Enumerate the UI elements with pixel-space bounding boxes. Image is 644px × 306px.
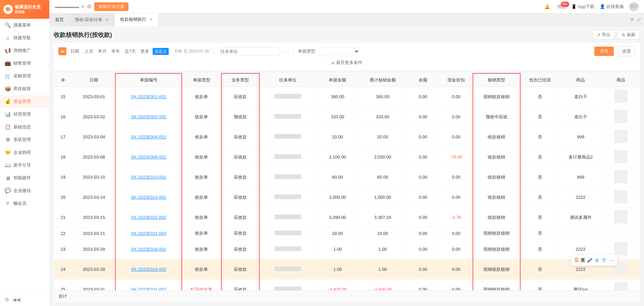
company-filter-input[interactable] [217,47,280,56]
table-row[interactable]: 15 2023-03-01 SK-20230301-002 收款单 应收款 36… [54,87,640,107]
sidebar-item-wechat[interactable]: 💬 企业微信 [0,184,49,197]
sidebar-item-guide[interactable]: 📖 新手引导 [0,159,49,172]
topbar-settings-icon[interactable]: ⚙ [87,3,92,10]
sidebar-item-smart-hw[interactable]: 🖥 智能硬件 [0,172,49,184]
user-avatar[interactable]: 用户 [629,2,639,11]
collapse-icon[interactable]: ◀◀ [12,297,20,303]
tab-home[interactable]: 首页 [50,13,69,26]
cell-docno[interactable]: SK-20230331-002 [115,280,182,291]
tab-writeback[interactable]: 收款核销执行 ✕ [115,13,159,26]
cell-num: 22 [54,228,73,239]
table-row[interactable]: 19 2023-03-10 SK-20230310-001 收款单 应收款 60… [54,167,640,187]
cell-docno[interactable]: SK-20230315-002 [115,207,182,228]
table-row[interactable]: 17 2023-03-04 SK-20230304-001 收款单 应收款 20… [54,127,640,147]
sidebar-label-smart-hw: 智能硬件 [13,175,31,181]
cell-date: 2023-03-14 [73,187,115,207]
inventory-icon: 📦 [5,86,11,92]
cell-writetype: 现销收款核销 [473,239,521,259]
cell-num: 19 [54,167,73,187]
cell-docno[interactable]: SK-20230328-001 [115,239,182,259]
date-opt-7days[interactable]: 近7天 [123,48,137,55]
message-icon-container[interactable]: 🔔 99+ 消息 [544,4,566,10]
tab-home-label: 首页 [55,17,64,23]
cell-docno[interactable]: SK-20230301-002 [115,87,182,107]
cell-biztype: 应收款 [221,187,259,207]
table-row[interactable]: 20 2023-03-14 SK-20230314-001 收款单 应收款 1,… [54,187,640,207]
cell-company [259,280,316,291]
date-opt-last-month[interactable]: 上月 [83,48,95,55]
sidebar-item-system[interactable]: ⚙ 系统管理 [0,133,49,146]
cell-settled: 否 [520,127,559,147]
cell-goods2 [602,167,640,187]
cell-num: 25 [54,280,73,291]
date-opt-this-year[interactable]: 本年 [110,48,121,55]
expand-more-button[interactable]: ∨ 展开更多条件 [58,58,635,67]
sidebar-label-member: 畅会员 [13,200,26,206]
tab-expand-icon[interactable]: ⤢ [637,16,641,23]
cell-docno[interactable]: SK-20230302-002 [115,107,182,127]
filter-settings-button[interactable]: 设置 [618,46,635,56]
date-opt-this-month[interactable]: 本月 [97,48,108,55]
date-opt-custom[interactable]: 自定义 [153,48,169,55]
system-icon: ⚙ [5,137,11,143]
cell-amount: 10.00 [316,228,359,239]
logo-sub: 标推版 [15,10,41,14]
cell-docno[interactable]: SK-20230304-001 [115,127,182,147]
cell-cumamt: 1,000.00 [359,187,407,207]
col-header-docno: 单据编号 [115,73,182,87]
online-service-link[interactable]: 👤 在线客服 [600,4,624,10]
cell-docno[interactable]: SK-20230308-001 [115,147,182,167]
table-row[interactable]: 18 2023-03-08 SK-20230308-001 收款单 应收款 2,… [54,147,640,167]
cell-docno[interactable]: SK-20230321-003 [115,228,182,239]
sidebar-item-marketing[interactable]: 📢 营销推广 [0,44,49,57]
tab-prepay[interactable]: 预收/应收付单 ✕ [69,13,115,26]
query-button[interactable]: 查询 [594,47,614,56]
settings-gear-icon[interactable]: ⚙ [61,77,65,82]
cell-num: 21 [54,207,73,228]
cell-docno[interactable]: SK-20230310-001 [115,167,182,187]
sidebar-item-basic-info[interactable]: 📋 基础信息 [0,121,49,133]
table-row[interactable]: 23 2023-03-28 SK-20230328-001 收款单 应收款 1.… [54,239,640,259]
export-button[interactable]: ↗ 导出 [592,30,615,40]
topbar-dropdown-icon[interactable]: ▾ [82,4,84,9]
sidebar-item-quick-nav[interactable]: ⌂ 快捷导航 [0,32,49,44]
col-header-goods: 商品 [559,73,602,87]
cell-biztype: 应收款 [221,147,259,167]
cell-amount: 2,100.00 [316,147,359,167]
cell-docno[interactable]: SK-20230328-002 [115,259,182,280]
table-container[interactable]: ⚙ 日期 单据编号 单据类型 业务类型 往来单位 单据金额 累计核销金额 余额 … [54,73,640,290]
sidebar-item-search[interactable]: 🔍 搜索菜单 [0,19,49,32]
sidebar-item-inventory[interactable]: 📦 库存核算 [0,82,49,95]
table-row[interactable]: 24 2023-03-28 SK-20230328-002 收款单 应收款 1.… [54,259,640,280]
filter-toggle-button[interactable]: ≫ [58,47,66,55]
doc-type-select[interactable]: 收款单 红字收款单 [319,47,360,56]
date-opt-more[interactable]: 更多 [139,48,151,55]
table-row[interactable]: 21 2023-03-15 SK-20230315-002 收款单 应收款 3,… [54,207,640,228]
sidebar-item-sales[interactable]: 💼 销售管理 [0,57,49,70]
tab-prepay-close[interactable]: ✕ [106,17,109,22]
sidebar-item-enterprise[interactable]: 🤝 企业协同 [0,146,49,159]
sidebar-item-operations[interactable]: 📊 经营管理 [0,108,49,121]
table-row[interactable]: 25 2023-03-31 SK-20230331-002 红字收款单 应收款 … [54,280,640,291]
sidebar-item-finance[interactable]: 💰 资金管理 [0,95,49,108]
cell-docno[interactable]: SK-20230314-001 [115,187,182,207]
finance-icon: 💰 [5,99,11,105]
sidebar-item-member[interactable]: V 畅会员 [0,197,49,210]
solution-button[interactable]: 体验行业方案 [94,2,128,11]
sidebar-item-purchase[interactable]: 🛒 采购管理 [0,70,49,82]
cell-settled: 否 [520,280,559,291]
cell-date: 2023-03-01 [73,87,115,107]
tab-close-all-icon[interactable]: ✕ [630,16,634,23]
table-row[interactable]: 16 2023-03-02 SK-20230302-002 收款单 预收款 33… [54,107,640,127]
grid-icon: ⊞ [595,258,599,263]
cell-settled: 否 [520,107,559,127]
settings-bottom-icon[interactable]: ⚙ [5,297,9,303]
cell-settled: 否 [520,147,559,167]
cell-balance: 0.00 [407,187,440,207]
cell-date: 2023-03-21 [73,228,115,239]
refresh-button[interactable]: ↻ 刷新 [618,30,640,40]
cell-amount: 3,390.00 [316,207,359,228]
table-row[interactable]: 22 2023-03-21 SK-20230321-003 收款单 应收款 10… [54,228,640,239]
app-download-link[interactable]: 📱 App下载 [571,4,594,10]
tab-writeback-close[interactable]: ✕ [150,17,153,22]
